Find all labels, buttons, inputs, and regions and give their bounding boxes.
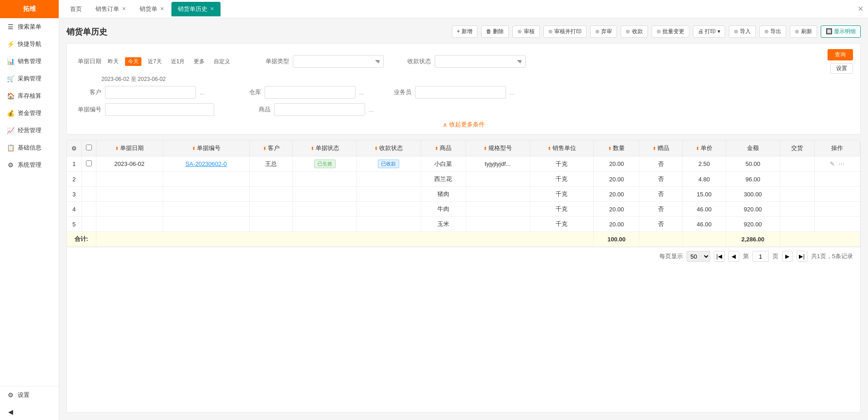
window-close-icon[interactable]: ✕ [858,5,863,13]
cell-gift: 否 [639,156,682,172]
pagination: 每页显示 50 100 200 |◀ ◀ 第 页 ▶ ▶| 共1页，5条记录 [67,247,860,265]
cell-goods: 猪肉 [421,187,466,202]
sidebar-item-basic-info[interactable]: 📋基础信息 [0,139,59,156]
table-row: 5 玉米 千克 20.00 否 46.00 920.00 [67,217,860,232]
sidebar-item-stock-calc[interactable]: 🏠库存核算 [0,87,59,105]
cell-doc-date [96,217,163,232]
summary-empty2 [639,232,682,247]
tab-close-icon[interactable]: ✕ [210,6,214,12]
edit-op-btn[interactable]: ✎ [828,160,837,168]
abandon-button[interactable]: ⊙ 弃审 [590,25,617,38]
cell-checkbox[interactable] [81,202,96,217]
date-custom-btn[interactable]: 自定义 [211,57,233,66]
sidebar-item-finance-mgmt[interactable]: 💰资金管理 [0,105,59,122]
cell-collect-status [357,217,421,232]
sidebar-item-label: 系统管理 [18,161,41,169]
th-doc-date[interactable]: ⬍单据日期 [96,140,163,156]
date-filter-field: 单据日期 昨天 今天 近7天 近1月 更多 自定义 [74,57,233,66]
page-prefix: 第 [743,252,749,260]
th-qty[interactable]: ⬍数量 [594,140,639,156]
audit-button[interactable]: ⊙ 审核 [512,25,539,38]
sidebar-item-sys-mgmt[interactable]: ⚙系统管理 [0,156,59,174]
th-unit[interactable]: ⬍销售单位 [530,140,594,156]
sidebar-item-sales-mgmt[interactable]: 📊销售管理 [0,53,59,70]
sidebar-bottom: ⚙ 设置 ◀ [0,386,59,420]
row-checkbox[interactable] [86,160,92,166]
more-op-btn[interactable]: ⋯ [837,160,846,168]
show-detail-button[interactable]: 🔲 显示明细 [821,25,861,38]
date-range-display: 2023-06-02 至 2023-06-02 [101,75,853,83]
collapse-button[interactable]: ∧ 收起更多条件 [74,120,853,129]
page-suffix: 页 [773,252,778,260]
cell-checkbox[interactable] [81,172,96,187]
sidebar-item-ops-mgmt[interactable]: 📈经营管理 [0,122,59,139]
select-all-checkbox[interactable] [86,145,92,150]
date-more-btn[interactable]: 更多 [191,57,207,66]
collect-status-select[interactable] [435,55,526,68]
docno-input[interactable] [105,103,214,116]
th-doc-no[interactable]: ⬍单据编号 [163,140,249,156]
th-collect-status[interactable]: ⬍收款状态 [357,140,421,156]
customer-dots[interactable]: ... [200,89,205,96]
th-goods[interactable]: ⬍商品 [421,140,466,156]
import-button[interactable]: ⊙ 导入 [729,25,756,38]
per-page-select[interactable]: 50 100 200 [687,251,710,262]
stock-calc-icon: 🏠 [7,92,14,100]
date-today-btn[interactable]: 今天 [125,57,141,66]
tab-home[interactable]: 首页 [64,2,88,16]
tab-sales-order[interactable]: 销售订单✕ [89,2,132,16]
th-settings[interactable]: ⚙ [67,140,81,156]
next-page-btn[interactable]: ▶ [782,251,793,262]
last-page-btn[interactable]: ▶| [797,251,808,262]
prev-page-btn[interactable]: ◀ [728,251,739,262]
export-button[interactable]: ⊙ 导出 [759,25,786,38]
goods-input[interactable] [274,103,365,116]
refresh-button[interactable]: ⊙ 刷新 [790,25,817,38]
add-button[interactable]: + 新增 [452,25,477,38]
settings-button[interactable]: 设置 [830,63,853,74]
cell-checkbox[interactable] [81,156,96,172]
doc-no-link[interactable]: SA-20230602-0 [186,160,227,167]
date-yesterday-btn[interactable]: 昨天 [105,57,121,66]
sidebar-item-label: 快捷导航 [18,40,41,48]
query-button[interactable]: 查询 [828,49,853,60]
cell-checkbox[interactable] [81,187,96,202]
warehouse-dots[interactable]: ... [359,89,364,96]
sort-icon: ⬍ [652,146,656,151]
sidebar-item-collapse[interactable]: ◀ [0,404,59,420]
goods-dots[interactable]: ... [369,106,374,113]
sidebar-item-search-menu[interactable]: ☰搜索菜单 [0,18,59,35]
th-spec[interactable]: ⬍规格型号 [466,140,530,156]
batch-change-button[interactable]: ⊙ 批量变更 [652,25,689,38]
date-1month-btn[interactable]: 近1月 [168,57,188,66]
th-checkbox[interactable] [81,140,96,156]
sidebar-item-quick-nav[interactable]: ⚡快捷导航 [0,35,59,53]
th-gift[interactable]: ⬍赠品 [639,140,682,156]
page-number-input[interactable] [753,251,769,262]
print-button[interactable]: 🖨 打印 ▾ [693,25,725,38]
date-7days-btn[interactable]: 近7天 [145,57,165,66]
customer-input[interactable] [105,86,196,99]
tab-sales-delivery[interactable]: 销货单✕ [133,2,171,16]
audit-print-button[interactable]: ⊙ 审核并打印 [543,25,587,38]
filter-row-1: 单据日期 昨天 今天 近7天 近1月 更多 自定义 单据类型 ▾ [74,49,853,74]
delete-button[interactable]: 🗑 删除 [481,25,509,38]
tab-sales-history[interactable]: 销货单历史✕ [171,2,221,16]
salesman-input[interactable] [415,86,506,99]
sort-icon: ⬍ [696,146,699,151]
th-doc-status[interactable]: ⬍单据状态 [293,140,357,156]
cell-spec [466,202,530,217]
sidebar-item-settings[interactable]: ⚙ 设置 [0,386,59,404]
th-unit-price[interactable]: ⬍单价 [682,140,726,156]
tab-close-icon[interactable]: ✕ [122,6,126,12]
finance-mgmt-icon: 💰 [7,110,14,117]
first-page-btn[interactable]: |◀ [714,251,725,262]
cell-checkbox[interactable] [81,217,96,232]
warehouse-input[interactable] [265,86,356,99]
tab-close-icon[interactable]: ✕ [160,6,164,12]
salesman-dots[interactable]: ... [510,89,515,96]
collect-button[interactable]: ⊙ 收款 [621,25,647,38]
th-customer[interactable]: ⬍客户 [249,140,292,156]
sidebar-item-purchase-mgmt[interactable]: 🛒采购管理 [0,70,59,87]
doc-type-select[interactable] [293,55,384,68]
